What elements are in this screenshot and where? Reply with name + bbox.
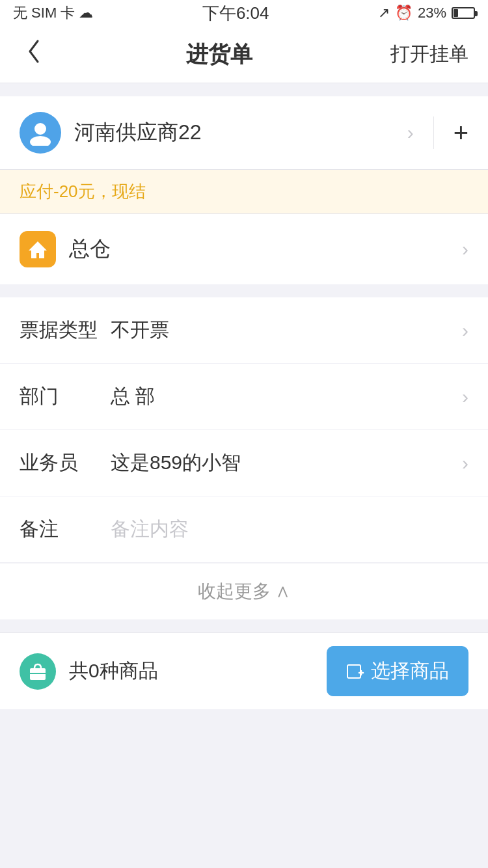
- battery-icon: [452, 7, 475, 19]
- value-salesperson: 这是859的小智: [111, 450, 462, 476]
- supplier-name: 河南供应商22: [74, 118, 407, 147]
- bottom-bar: 共0种商品 选择商品: [0, 632, 488, 709]
- form-row-remark[interactable]: 备注 备注内容: [0, 496, 488, 563]
- value-invoice-type: 不开票: [111, 317, 462, 344]
- product-count-text: 共0种商品: [69, 658, 327, 685]
- status-bar: 无 SIM 卡 ☁ 下午6:04 ↗ ⏰ 23%: [0, 0, 488, 26]
- back-arrow-icon: [26, 38, 42, 64]
- status-right: ↗ ⏰ 23%: [378, 5, 475, 21]
- form-row-invoice-type[interactable]: 票据类型 不开票 ›: [0, 297, 488, 364]
- value-remark[interactable]: 备注内容: [111, 516, 468, 543]
- warehouse-name: 总仓: [69, 235, 462, 264]
- select-product-button[interactable]: 选择商品: [327, 646, 468, 696]
- svg-rect-5: [347, 665, 360, 678]
- label-remark: 备注: [20, 516, 111, 543]
- body-background: [0, 709, 488, 868]
- invoice-type-chevron-icon: ›: [462, 319, 468, 342]
- notice-bar: 应付-20元，现结: [0, 170, 488, 213]
- add-supplier-button[interactable]: +: [454, 118, 468, 148]
- warehouse-row[interactable]: 总仓 ›: [0, 213, 488, 284]
- supplier-section: 河南供应商22 › + 应付-20元，现结 总仓 ›: [0, 96, 488, 284]
- collapse-label: 收起更多 ∧: [198, 579, 291, 604]
- nav-bar: 进货单 打开挂单: [0, 26, 488, 83]
- select-product-label: 选择商品: [371, 658, 449, 685]
- person-icon: [27, 120, 53, 146]
- section-divider-1: [0, 83, 488, 96]
- alarm-icon: ⏰: [395, 5, 413, 21]
- label-salesperson: 业务员: [20, 450, 111, 476]
- shopping-bag-icon: [27, 660, 49, 683]
- department-chevron-icon: ›: [462, 386, 468, 408]
- value-department: 总 部: [111, 383, 462, 410]
- location-icon: ↗: [378, 5, 390, 21]
- supplier-actions: › +: [407, 116, 468, 149]
- page-title: 进货单: [186, 40, 252, 70]
- salesperson-chevron-icon: ›: [462, 452, 468, 474]
- label-invoice-type: 票据类型: [20, 317, 111, 344]
- product-count-icon: [20, 653, 56, 690]
- svg-marker-2: [29, 241, 47, 258]
- form-section: 票据类型 不开票 › 部门 总 部 › 业务员 这是859的小智 › 备注 备注…: [0, 297, 488, 619]
- signal-text: 无 SIM 卡 ☁: [13, 3, 93, 23]
- supplier-row[interactable]: 河南供应商22 › +: [0, 96, 488, 170]
- supplier-divider: [433, 116, 434, 149]
- status-left: 无 SIM 卡 ☁: [13, 3, 93, 23]
- form-row-salesperson[interactable]: 业务员 这是859的小智 ›: [0, 430, 488, 496]
- warehouse-chevron-icon: ›: [462, 238, 468, 260]
- collapse-button[interactable]: 收起更多 ∧: [0, 563, 488, 619]
- select-product-icon: [346, 662, 364, 681]
- supplier-avatar: [20, 112, 61, 154]
- svg-point-0: [34, 123, 46, 135]
- back-button[interactable]: [20, 32, 48, 77]
- status-time: 下午6:04: [202, 2, 269, 25]
- svg-point-1: [30, 136, 51, 146]
- house-icon: [27, 239, 48, 260]
- battery-percent: 23%: [418, 5, 446, 21]
- form-row-department[interactable]: 部门 总 部 ›: [0, 364, 488, 430]
- warehouse-icon: [20, 231, 56, 267]
- label-department: 部门: [20, 383, 111, 410]
- open-pending-button[interactable]: 打开挂单: [390, 41, 468, 68]
- supplier-chevron-icon: ›: [407, 122, 414, 144]
